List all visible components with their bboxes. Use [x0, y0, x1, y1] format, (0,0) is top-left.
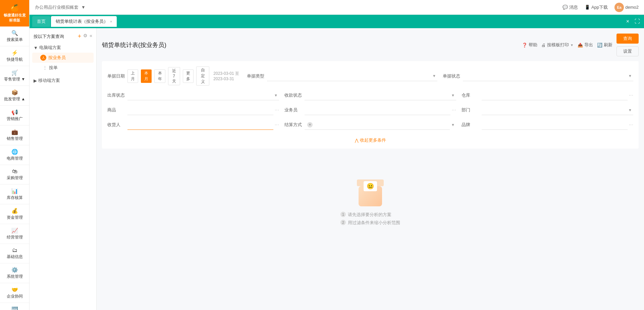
sidebar-item-cooperation[interactable]: 🤝 企业协同 — [0, 283, 29, 303]
sidebar-item-search[interactable]: 🔍 搜索菜单 — [0, 27, 29, 46]
download-icon: 📱 — [585, 5, 590, 10]
sidebar-item-quicknav[interactable]: ⚡ 快捷导航 — [0, 46, 29, 66]
user-menu[interactable]: Ea demo2 — [614, 3, 639, 12]
filter-doc-status-field: 单据状态 ▼ — [443, 71, 633, 81]
sidebar-item-retail[interactable]: 🛒 零售管理 ▼ — [0, 66, 29, 86]
collapse-more-btn[interactable]: ⋀ 收起更多条件 — [355, 137, 386, 143]
scheme-item-by-salesperson[interactable]: 人 按业务员 — [32, 53, 94, 63]
operations-icon: 📈 — [1, 227, 28, 234]
workspace-title: 办公用品行业模拟账套 — [35, 4, 78, 10]
date-btn-7days[interactable]: 近7天 — [168, 67, 180, 85]
refresh-icon: 🔄 — [597, 43, 602, 48]
filter-date-field: 单据日期 上月 本月 本年 近7天 更多 自定义 2023-03-01 至 20… — [107, 66, 241, 86]
doc-type-select[interactable]: ▼ — [267, 71, 437, 81]
filter-receiver-field: 收货人 ··· — [107, 120, 279, 130]
tab-home-label: 首页 — [37, 18, 46, 24]
empty-hint-2: 2 用过滤条件来缩小分析范围 — [340, 220, 400, 226]
doc-status-select[interactable]: ▼ — [463, 71, 633, 81]
edit-scheme-btn[interactable]: ⚙ — [83, 33, 88, 40]
receipt-status-select[interactable]: ▼ — [305, 90, 456, 100]
date-label: 单据日期 — [107, 73, 125, 79]
left-panel-actions: + ⚙ « — [78, 33, 92, 40]
right-content: 销货单统计表(按业务员) ❓ 帮助 🖨 按模板打印 ▼ 📤 导出 — [97, 28, 644, 310]
receiver-select[interactable] — [127, 120, 273, 130]
settlement-tag-close[interactable]: × — [307, 122, 313, 127]
receipt-status-arrow: ▼ — [451, 93, 455, 97]
collapse-panel-btn[interactable]: « — [90, 33, 92, 40]
user-name: demo2 — [625, 5, 639, 10]
warehouse-select[interactable] — [482, 90, 628, 100]
empty-illustration: 😐 — [354, 173, 387, 206]
out-status-arrow: ▼ — [274, 93, 278, 97]
sidebar-item-quicknav-label: 快捷导航 — [7, 57, 23, 62]
date-btn-custom[interactable]: 自定义 — [196, 66, 209, 86]
wholesale-icon: 📦 — [1, 89, 28, 96]
date-btn-this-year[interactable]: 本年 — [154, 69, 165, 83]
tab-sales-stat[interactable]: 销货单统计表（按业务员） × — [51, 16, 117, 27]
tab-bar: 首页 销货单统计表（按业务员） × × ⛶ — [30, 15, 644, 28]
tab-home[interactable]: 首页 — [32, 16, 50, 27]
workspace-selector[interactable]: 办公用品行业模拟账套 ▼ — [35, 4, 86, 10]
sidebar-item-ecommerce[interactable]: 🌐 电商管理 — [0, 145, 29, 165]
sidebar-item-operations[interactable]: 📈 经营管理 — [0, 224, 29, 244]
sidebar-item-cooperation-label: 企业协同 — [7, 294, 23, 299]
chevron-down-icon: ▼ — [21, 77, 25, 82]
sidebar-item-sales[interactable]: 💼 销售管理 — [0, 125, 29, 145]
tab-close-window-btn[interactable]: × — [625, 17, 631, 26]
refresh-btn[interactable]: 🔄 刷新 — [597, 42, 612, 48]
scheme-group-desktop-title[interactable]: ▼ 电脑端方案 — [32, 43, 94, 53]
sidebar-item-system[interactable]: ⚙️ 系统管理 — [0, 263, 29, 283]
message-btn[interactable]: 💬 消息 — [562, 4, 578, 10]
goods-select[interactable] — [127, 105, 273, 115]
sidebar-item-marketing[interactable]: 📢 营销推广 — [0, 106, 29, 125]
goods-dots[interactable]: ··· — [275, 107, 279, 113]
filter-row-2: 出库状态 ▼ 收款状态 ▼ 仓库 — [107, 90, 633, 100]
header-right: 💬 消息 📱 App下载 Ea demo2 — [562, 3, 639, 12]
brand-dots[interactable]: ··· — [629, 122, 633, 128]
sidebar-item-ecommerce-label: 电商管理 — [7, 156, 23, 161]
chevron-right-icon: ▶ — [34, 78, 37, 83]
sidebar-logo: 🍊 畅捷通好生意 标准版 — [0, 0, 29, 27]
sidebar-item-wholesale[interactable]: 📦 批发管理 ▲ — [0, 86, 29, 106]
template-print-btn[interactable]: 🖨 按模板打印 ▼ — [541, 42, 574, 48]
filter-card: 单据日期 上月 本月 本年 近7天 更多 自定义 2023-03-01 至 20… — [102, 61, 639, 149]
ecommerce-icon: 🌐 — [1, 149, 28, 155]
receiver-dots[interactable]: ··· — [275, 122, 279, 128]
scheme-group-mobile-title[interactable]: ▶ 移动端方案 — [32, 75, 94, 86]
tab-close-btn[interactable]: × — [110, 19, 112, 23]
filter-goods-field: 商品 ··· — [107, 105, 279, 115]
warehouse-dots[interactable]: ··· — [629, 92, 633, 98]
marketing-icon: 📢 — [1, 109, 28, 115]
scheme-group-desktop-label: 电脑端方案 — [39, 45, 61, 51]
out-status-select[interactable]: ▼ — [127, 90, 279, 100]
help-btn[interactable]: ❓ 帮助 — [522, 42, 537, 48]
left-panel: 按以下方案查询 + ⚙ « ▼ 电脑端方案 人 按业务员 — [30, 28, 97, 310]
date-btn-last-month[interactable]: 上月 — [127, 69, 138, 83]
export-btn[interactable]: 📤 导出 — [578, 42, 593, 48]
date-btn-this-month[interactable]: 本月 — [141, 69, 152, 83]
department-select[interactable]: ▼ — [482, 105, 633, 115]
sidebar-item-finance[interactable]: 💰 资金管理 — [0, 204, 29, 224]
settings-btn[interactable]: 设置 — [616, 46, 639, 56]
salesperson-dots[interactable]: ··· — [452, 107, 456, 113]
purchase-icon: 🛍 — [1, 168, 28, 174]
tab-maximize-btn[interactable]: ⛶ — [633, 17, 641, 26]
sidebar-item-purchase[interactable]: 🛍 采购管理 — [0, 165, 29, 185]
date-filter: 上月 本月 本年 近7天 更多 自定义 2023-03-01 至 2023-03… — [127, 66, 241, 86]
salesperson-select[interactable] — [305, 105, 450, 115]
sidebar-item-base[interactable]: 🗂 基础信息 — [0, 244, 29, 263]
sidebar-item-operations-label: 经营管理 — [7, 235, 23, 240]
add-scheme-btn[interactable]: + — [78, 33, 82, 40]
sidebar-item-inventory[interactable]: 📊 库存核算 — [0, 185, 29, 204]
avatar: Ea — [614, 3, 624, 12]
brand-label: 品牌 — [462, 122, 479, 128]
query-btn[interactable]: 查询 — [616, 34, 639, 44]
brand-select[interactable] — [482, 120, 628, 130]
scheme-item-by-order[interactable]: ⋮ 按单 — [32, 63, 94, 73]
settlement-select[interactable]: × — [305, 120, 450, 130]
app-download-btn[interactable]: 📱 App下载 — [585, 4, 608, 10]
date-btn-more[interactable]: 更多 — [183, 69, 194, 83]
system-icon: ⚙️ — [1, 267, 28, 273]
sidebar-item-guide[interactable]: 🆕 新手引导 — [0, 303, 29, 310]
doc-status-label: 单据状态 — [443, 73, 460, 79]
